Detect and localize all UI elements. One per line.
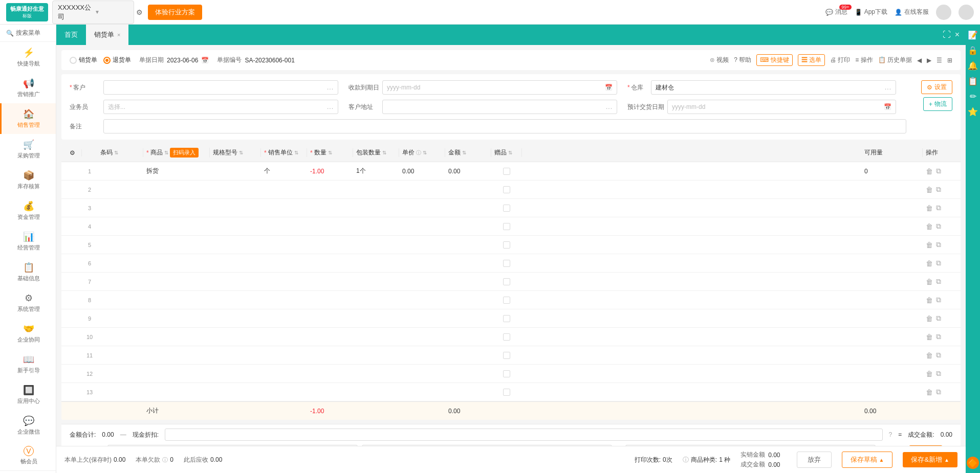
copy-btn-3[interactable]: ⧉ [936, 222, 941, 231]
sidebar-item-base-info[interactable]: 📋 基础信息 [0, 257, 56, 287]
copy-btn-10[interactable]: ⧉ [936, 351, 941, 359]
tab-sales-order[interactable]: 销货单 × [86, 25, 128, 45]
rp-btn-clipboard[interactable]: 📋 [967, 75, 979, 87]
sidebar-item-sales[interactable]: 🏠 销售管理 [0, 103, 56, 134]
app-download-btn[interactable]: 📱 App下载 [855, 8, 887, 16]
gift-checkbox-3[interactable] [503, 223, 510, 230]
td-unit-0[interactable]: 个 [261, 167, 307, 175]
price-sort-icon[interactable]: ⇅ [423, 150, 427, 155]
settings-icon-top[interactable]: ⚙ [136, 8, 143, 16]
gift-sort-icon[interactable]: ⇅ [508, 150, 512, 155]
gift-checkbox-10[interactable] [503, 352, 510, 359]
td-pack-0[interactable]: 1个 [353, 167, 399, 175]
copy-btn-12[interactable]: ⧉ [936, 388, 941, 396]
copy-btn-8[interactable]: ⧉ [936, 314, 941, 323]
sidebar-item-enterprise[interactable]: 🤝 企业协同 [0, 318, 56, 349]
sidebar-item-member[interactable]: V 畅会员 [0, 441, 56, 470]
delete-btn-9[interactable]: 🗑 [926, 333, 933, 341]
scan-btn[interactable]: 扫码录入 [170, 148, 199, 157]
sidebar-item-marketing[interactable]: 📢 营销推广 [0, 73, 56, 103]
help-btn[interactable]: ? 帮助 [734, 56, 751, 64]
delete-btn-11[interactable]: 🗑 [926, 370, 933, 378]
warehouse-input[interactable]: 建材仓 ... [651, 80, 896, 95]
gift-checkbox-0[interactable] [503, 168, 510, 175]
gift-checkbox-5[interactable] [503, 260, 510, 267]
rp-btn-edit[interactable]: ✏ [967, 90, 979, 102]
copy-btn-7[interactable]: ⧉ [936, 296, 941, 304]
sidebar-item-finance[interactable]: 💰 资金管理 [0, 195, 56, 226]
td-gift-9[interactable] [491, 333, 522, 341]
logistics-btn[interactable]: + 物流 [923, 97, 952, 111]
nav-next-btn[interactable]: ▶ [927, 57, 931, 64]
qty-sort-icon[interactable]: ⇅ [328, 150, 332, 155]
gift-checkbox-4[interactable] [503, 241, 510, 249]
copy-btn-11[interactable]: ⧉ [936, 369, 941, 378]
rp-btn-star[interactable]: ⭐ [967, 105, 979, 118]
shortcut-btn[interactable]: ⌨ 快捷键 [756, 54, 792, 66]
sidebar-item-purchase[interactable]: 🛒 采购管理 [0, 134, 56, 165]
delete-btn-7[interactable]: 🗑 [926, 296, 933, 304]
gift-checkbox-7[interactable] [503, 297, 510, 304]
rp-btn-orange[interactable]: 🔶 [967, 457, 979, 469]
discount-input[interactable] [165, 429, 883, 441]
customer-addr-input[interactable]: ... [382, 100, 617, 114]
select-order-btn[interactable]: ☰ 选单 [798, 54, 825, 66]
radio-return[interactable]: 退货单 [103, 56, 131, 64]
td-gift-4[interactable] [491, 241, 522, 249]
gift-checkbox-1[interactable] [503, 186, 510, 193]
delete-btn-2[interactable]: 🗑 [926, 204, 933, 212]
barcode-sort-icon[interactable]: ⇅ [114, 150, 118, 155]
td-gift-6[interactable] [491, 278, 522, 285]
delete-btn-4[interactable]: 🗑 [926, 241, 933, 249]
save-draft-btn[interactable]: 保存草稿 ▲ [842, 452, 893, 468]
delete-btn-12[interactable]: 🗑 [926, 388, 933, 396]
gift-checkbox-2[interactable] [503, 205, 510, 212]
copy-btn-6[interactable]: ⧉ [936, 277, 941, 286]
td-price-0[interactable]: 0.00 [399, 168, 445, 175]
customer-input[interactable]: ... [103, 80, 338, 95]
copy-btn-4[interactable]: ⧉ [936, 240, 941, 249]
th-settings[interactable]: ⚙ [63, 149, 82, 156]
delete-btn-1[interactable]: 🗑 [926, 186, 933, 194]
tab-home[interactable]: 首页 [56, 25, 86, 45]
history-btn[interactable]: 📋 历史单据 [878, 56, 912, 64]
save-new-btn[interactable]: 保存&新增 ▲ [903, 452, 957, 467]
td-amount-0[interactable]: 0.00 [445, 168, 491, 175]
delete-btn-5[interactable]: 🗑 [926, 259, 933, 267]
sidebar-search[interactable]: 🔍 搜索菜单 [0, 25, 56, 42]
td-gift-3[interactable] [491, 223, 522, 230]
copy-btn-0[interactable]: ⧉ [936, 167, 941, 175]
expected-date-cal-icon[interactable]: 📅 [884, 103, 891, 110]
delete-btn-10[interactable]: 🗑 [926, 351, 933, 359]
view-list-icon[interactable]: ☰ [937, 57, 942, 64]
td-gift-11[interactable] [491, 370, 522, 377]
salesman-input[interactable]: 选择... ... [103, 100, 338, 114]
product-sort-icon[interactable]: ⇅ [164, 150, 168, 155]
video-btn[interactable]: ⊙ 视频 [710, 56, 729, 64]
copy-btn-1[interactable]: ⧉ [936, 185, 941, 194]
amount-sort-icon[interactable]: ⇅ [462, 150, 466, 155]
gift-checkbox-8[interactable] [503, 315, 510, 322]
td-gift-12[interactable] [491, 389, 522, 396]
avatar2[interactable] [959, 5, 974, 20]
price-info-icon[interactable]: ⓘ [416, 149, 421, 156]
sidebar-item-guide[interactable]: 📖 新手引导 [0, 349, 56, 379]
expected-date-input[interactable]: yyyy-mm-dd 📅 [667, 100, 896, 114]
sidebar-item-quick-nav[interactable]: ⚡ 快捷导航 [0, 42, 56, 73]
rp-btn-notes[interactable]: 📝 [967, 29, 979, 41]
avatar[interactable] [936, 5, 951, 20]
delete-btn-3[interactable]: 🗑 [926, 222, 933, 231]
td-gift-8[interactable] [491, 315, 522, 322]
notes-input[interactable] [103, 119, 906, 133]
radio-sales[interactable]: 销货单 [70, 56, 97, 64]
online-service-btn[interactable]: 👤 在线客服 [895, 8, 929, 16]
sidebar-item-system[interactable]: ⚙ 系统管理 [0, 287, 56, 318]
spec-sort-icon[interactable]: ⇅ [239, 150, 243, 155]
sidebar-item-apps[interactable]: 🔲 应用中心 [0, 379, 56, 410]
copy-btn-9[interactable]: ⧉ [936, 332, 941, 341]
rp-btn-lock[interactable]: 🔒 [967, 44, 979, 56]
td-product-0[interactable]: 拆货 [143, 167, 210, 175]
tab-close-icon[interactable]: × [117, 32, 120, 38]
delete-btn-8[interactable]: 🗑 [926, 314, 933, 323]
print-btn[interactable]: 🖨 打印 [830, 56, 850, 64]
